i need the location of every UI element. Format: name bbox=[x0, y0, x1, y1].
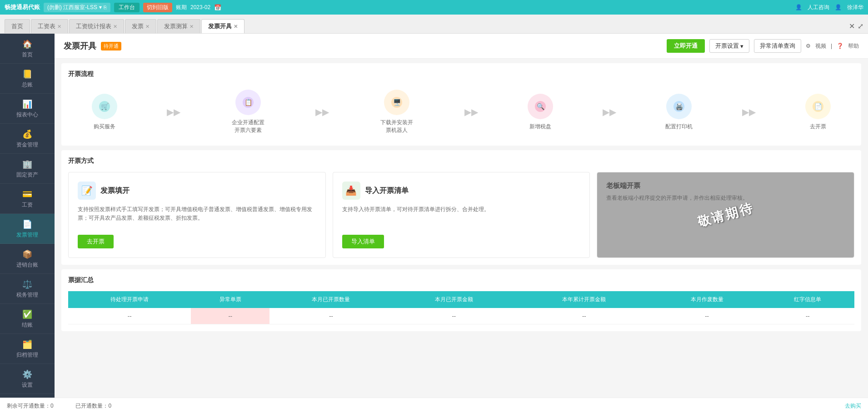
tab-invoice-label: 发票 bbox=[132, 22, 144, 30]
cell-void-count: -- bbox=[653, 308, 761, 324]
flow-step-download-label: 下载并安装开票机器人 bbox=[379, 119, 415, 134]
svg-text:📋: 📋 bbox=[244, 99, 252, 106]
sidebar-item-report[interactable]: 📊 报表中心 bbox=[0, 94, 55, 124]
flow-step-printer-label: 配置打印机 bbox=[665, 123, 693, 131]
help-icon[interactable]: ❓ bbox=[837, 43, 843, 49]
view-label: 视频 bbox=[815, 42, 826, 50]
tab-home[interactable]: 首页 bbox=[5, 19, 30, 33]
sidebar-item-home-label: 首页 bbox=[22, 51, 33, 59]
tab-invoice-calc[interactable]: 发票测算 ✕ bbox=[157, 19, 200, 33]
tab-invoice-tool-label: 发票开具 bbox=[208, 22, 232, 30]
import-method-title: 导入开票清单 bbox=[365, 186, 409, 196]
col-month-count: 本月已开票数量 bbox=[269, 291, 392, 308]
open-now-button[interactable]: 立即开通 bbox=[667, 39, 705, 53]
col-month-amount: 本月已开票金额 bbox=[393, 291, 515, 308]
query-button[interactable]: 异常清单查询 bbox=[754, 39, 801, 53]
tab-invoice-calc-close[interactable]: ✕ bbox=[190, 24, 194, 30]
manual-method-button[interactable]: 去开票 bbox=[78, 235, 114, 248]
workspace-button[interactable]: 工作台 bbox=[114, 3, 140, 12]
flow-step-taxbox-label: 新增税盘 bbox=[529, 123, 551, 131]
open-settings-label: 开票设置 bbox=[715, 42, 739, 50]
flow-arrow-1: ▶▶ bbox=[167, 106, 180, 117]
sidebar-item-asset-label: 固定资产 bbox=[16, 171, 38, 179]
sidebar-item-salary[interactable]: 💳 工资 bbox=[0, 184, 55, 214]
view-settings-icon[interactable]: ⚙ bbox=[806, 43, 811, 49]
svg-text:🔍: 🔍 bbox=[536, 103, 544, 111]
old-boss-overlay: 敬请期待 bbox=[597, 172, 854, 257]
close-all-icon[interactable]: ✕ bbox=[849, 22, 855, 30]
manual-method-desc: 支持按照发票样式手工填写开发票；可开具增值税电子普通发票、增值税普通发票、增值税… bbox=[78, 205, 316, 228]
status-badge: 待开通 bbox=[101, 42, 121, 50]
config-step-icon: 📋 bbox=[235, 90, 261, 115]
finance-icon: 💰 bbox=[22, 129, 32, 139]
sidebar-item-finance[interactable]: 💰 资金管理 bbox=[0, 124, 55, 154]
sidebar-item-ledger[interactable]: 📒 总账 bbox=[0, 64, 55, 94]
taxbox-step-icon: 🔍 bbox=[528, 94, 553, 119]
col-year-amount: 本年累计开票金额 bbox=[515, 291, 653, 308]
flow-step-printer[interactable]: 🖨️ 配置打印机 bbox=[665, 94, 693, 131]
tab-salary-close[interactable]: ✕ bbox=[57, 24, 61, 30]
tab-salary-report-label: 工资统计报表 bbox=[76, 22, 111, 30]
sidebar-item-report-label: 报表中心 bbox=[16, 111, 38, 119]
sidebar-item-tax[interactable]: ⚖️ 税务管理 bbox=[0, 274, 55, 304]
flow-step-buy[interactable]: 🛒 购买服务 bbox=[92, 94, 117, 131]
restore-icon[interactable]: ⤢ bbox=[858, 22, 863, 30]
calendar-icon[interactable]: 📅 bbox=[214, 4, 221, 11]
flow-step-download[interactable]: 🖥️ 下载并安装开票机器人 bbox=[379, 90, 415, 134]
sidebar-item-purchase-label: 进销台账 bbox=[16, 261, 38, 269]
sidebar-item-settings-label: 设置 bbox=[22, 381, 33, 389]
import-method-icon: 📥 bbox=[342, 182, 360, 200]
methods-grid: 📝 发票填开 支持按照发票样式手工填写开发票；可开具增值税电子普通发票、增值税普… bbox=[68, 172, 854, 258]
company-selector[interactable]: (勿删) 江西服室-LSS ▾ ⎘ bbox=[44, 3, 110, 12]
tab-invoice-tool[interactable]: 发票开具 ✕ bbox=[201, 19, 244, 33]
col-red-info: 红字信息单 bbox=[761, 291, 854, 308]
help-label: 帮助 bbox=[848, 42, 859, 50]
username: 徐泽华 bbox=[847, 4, 863, 11]
buy-link[interactable]: 去购买 bbox=[845, 402, 861, 410]
tab-salary[interactable]: 工资表 ✕ bbox=[31, 19, 68, 33]
sidebar-item-settings[interactable]: ⚙️ 设置 bbox=[0, 364, 55, 394]
footer-bar: 剩余可开通数量：0 已开通数量：0 去购买 bbox=[0, 398, 868, 414]
sidebar-item-archive[interactable]: 🗂️ 归档管理 bbox=[0, 334, 55, 364]
avatar-icon: 👤 bbox=[835, 4, 842, 10]
tab-invoice-close[interactable]: ✕ bbox=[145, 24, 150, 30]
cell-abnormal[interactable]: -- bbox=[191, 308, 269, 324]
flow-step-taxbox[interactable]: 🔍 新增税盘 bbox=[528, 94, 553, 131]
cell-month-amount: -- bbox=[393, 308, 515, 324]
switch-version-button[interactable]: 切到旧版 bbox=[143, 3, 172, 12]
opened-label: 已开通数量：0 bbox=[75, 403, 111, 409]
flow-step-config[interactable]: 📋 企业开通配置开票六要素 bbox=[230, 90, 266, 134]
content-area: 发票开具 待开通 立即开通 开票设置 ▾ 异常清单查询 ⚙ 视频 | ❓ 帮助 bbox=[55, 34, 868, 398]
flow-arrow-3: ▶▶ bbox=[464, 106, 478, 117]
overlay-text: 敬请期待 bbox=[695, 199, 756, 231]
sidebar-item-archive-label: 归档管理 bbox=[16, 351, 38, 359]
sidebar-item-finance-label: 资金管理 bbox=[16, 141, 38, 149]
query-label: 异常清单查询 bbox=[760, 42, 795, 50]
flow-step-open[interactable]: 📄 去开票 bbox=[805, 94, 831, 131]
tab-invoice[interactable]: 发票 ✕ bbox=[125, 19, 156, 33]
open-step-icon: 📄 bbox=[805, 94, 831, 119]
archive-icon: 🗂️ bbox=[22, 339, 32, 349]
tab-salary-report-close[interactable]: ✕ bbox=[113, 24, 117, 30]
flow-step-config-label: 企业开通配置开票六要素 bbox=[230, 119, 266, 134]
tab-salary-report[interactable]: 工资统计报表 ✕ bbox=[69, 19, 124, 33]
flow-section-title: 开票流程 bbox=[68, 70, 854, 78]
cell-red-info: -- bbox=[761, 308, 854, 324]
cell-year-amount: -- bbox=[515, 308, 653, 324]
ledger-icon: 📒 bbox=[22, 69, 32, 79]
sidebar-item-purchase[interactable]: 📦 进销台账 bbox=[0, 244, 55, 274]
method-card-old-boss: 老板端开票 查看老板端小程序提交的开票申请，并作出相应处理审核。 敬请期待 bbox=[597, 172, 854, 258]
sidebar-item-home[interactable]: 🏠 首页 bbox=[0, 34, 55, 64]
method-section: 开票方式 📝 发票填开 支持按照发票样式手工填写开发票；可开具增值税电子普通发票… bbox=[61, 150, 861, 265]
sidebar-item-asset[interactable]: 🏢 固定资产 bbox=[0, 154, 55, 184]
open-settings-button[interactable]: 开票设置 ▾ bbox=[709, 39, 749, 53]
period-label: 账期 bbox=[176, 4, 187, 11]
consult-label[interactable]: 人工咨询 bbox=[808, 4, 829, 11]
method-section-title: 开票方式 bbox=[68, 157, 854, 165]
tab-invoice-tool-close[interactable]: ✕ bbox=[234, 24, 238, 30]
tab-home-label: 首页 bbox=[11, 22, 23, 30]
sidebar-item-fapiao[interactable]: 📄 发票管理 bbox=[0, 214, 55, 244]
import-method-button[interactable]: 导入清单 bbox=[342, 235, 384, 248]
sidebar-item-settle[interactable]: ✅ 结账 bbox=[0, 304, 55, 334]
asset-icon: 🏢 bbox=[22, 159, 32, 169]
